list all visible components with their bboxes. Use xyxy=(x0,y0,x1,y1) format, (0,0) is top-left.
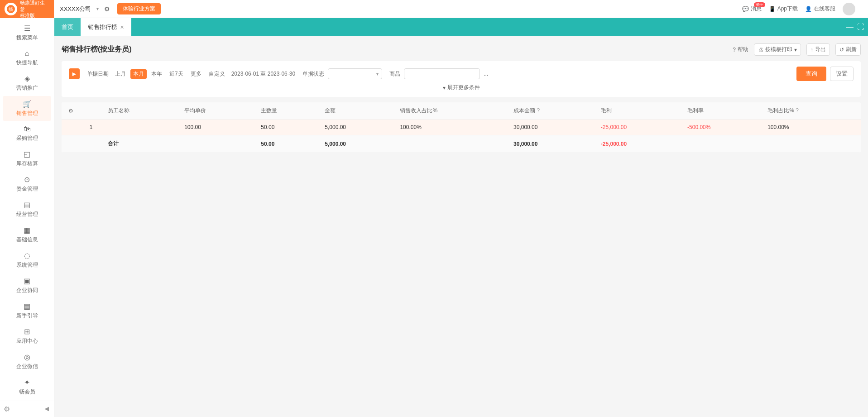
operations-icon: ▤ xyxy=(24,201,30,209)
help-icon: ? xyxy=(733,47,736,53)
footer-avg-price xyxy=(179,135,255,153)
close-tab-icon[interactable]: ✕ xyxy=(120,24,124,30)
expand-label: 展开更多条件 xyxy=(447,84,480,91)
table-footer-row: 合计 50.00 5,000.00 30,000.00 -25,000.00 xyxy=(62,135,861,153)
footer-collapse-icon[interactable]: ◄ xyxy=(43,405,50,413)
goods-input[interactable] xyxy=(404,68,480,79)
sidebar-item-operations[interactable]: ▤ 经营管理 xyxy=(3,197,51,222)
sidebar-item-sales-mgmt[interactable]: 🛒 销售管理 xyxy=(3,96,51,121)
date-btn-more[interactable]: 更多 xyxy=(188,69,204,79)
sidebar-item-quick-nav[interactable]: ⌂ 快捷导航 xyxy=(3,46,51,70)
message-button[interactable]: 💬 消息 99+ xyxy=(742,5,762,13)
print-button[interactable]: 🖨 按模板打印 ▾ xyxy=(754,43,801,56)
sidebar-item-purchase-mgmt[interactable]: 🛍 采购管理 xyxy=(3,121,51,146)
filter-status: 单据状态 xyxy=(302,68,382,79)
sales-mgmt-icon: 🛒 xyxy=(23,100,32,108)
enterprise-wechat-icon: ◎ xyxy=(24,353,30,361)
top-settings-icon[interactable]: ⚙ xyxy=(104,5,110,13)
tab-sales-rank[interactable]: 销售排行榜 ✕ xyxy=(81,18,131,36)
gross-pct-help-icon[interactable]: ? xyxy=(796,107,799,114)
table-header-row: ⚙ 员工名称 平均单价 主数量 全额 xyxy=(62,102,861,120)
col-settings[interactable]: ⚙ xyxy=(62,102,80,120)
page-actions: ? 帮助 🖨 按模板打印 ▾ ↑ 导出 ↺ 刷新 xyxy=(733,43,861,56)
online-service-button[interactable]: 👤 在线客服 xyxy=(805,5,835,13)
date-btn-last-month[interactable]: 上月 xyxy=(112,69,129,79)
sidebar-item-label: 企业微信 xyxy=(16,363,38,370)
sidebar-item-new-guide[interactable]: ▤ 新手引导 xyxy=(3,298,51,323)
col-gross-pct: 毛利占比% ? xyxy=(762,102,861,120)
expand-conditions-button[interactable]: ▾ 展开更多条件 xyxy=(443,84,480,91)
sidebar-item-marketing[interactable]: ◈ 营销推广 xyxy=(3,71,51,96)
user-avatar[interactable] xyxy=(843,3,855,15)
query-button[interactable]: 查询 xyxy=(796,67,826,81)
row-gross-pct: 100.00% xyxy=(762,120,861,135)
sidebar-footer: ⚙ ◄ xyxy=(0,401,54,417)
refresh-label: 刷新 xyxy=(846,46,857,53)
sidebar-item-label: 应用中心 xyxy=(16,337,38,345)
maximize-window-icon[interactable]: ⛶ xyxy=(857,23,864,31)
table-body: 1 100.00 50.00 5,000.00 100.00% 30,000.0… xyxy=(62,120,861,135)
goods-label: 商品 xyxy=(389,70,400,78)
help-button[interactable]: ? 帮助 xyxy=(733,46,748,53)
top-bar-right: 💬 消息 99+ 📱 App下载 👤 在线客服 xyxy=(742,3,863,15)
sidebar-item-base-info[interactable]: ▦ 基础信息 xyxy=(3,222,51,247)
footer-amount: 5,000.00 xyxy=(319,135,394,153)
sidebar-item-enterprise-collab[interactable]: ▣ 企业协同 xyxy=(3,273,51,298)
setting-button[interactable]: 设置 xyxy=(830,67,854,81)
export-label: 导出 xyxy=(815,46,826,53)
cost-amount-help-icon[interactable]: ? xyxy=(537,107,540,114)
sidebar-item-label: 销售管理 xyxy=(16,110,38,117)
status-select[interactable] xyxy=(328,68,382,79)
sidebar-item-system-mgmt[interactable]: ◌ 系统管理 xyxy=(3,248,51,273)
sales-rank-tab-label: 销售排行榜 xyxy=(88,23,117,31)
date-btn-this-year[interactable]: 本年 xyxy=(149,69,165,79)
sidebar-item-finance[interactable]: ⊙ 资金管理 xyxy=(3,172,51,197)
date-btn-last-7-days[interactable]: 近7天 xyxy=(167,69,186,79)
minimize-window-icon[interactable]: — xyxy=(846,23,854,31)
filter-date: 单据日期 上月 本月 本年 近7天 更多 自定义 2023-06-01 至 20… xyxy=(87,69,295,79)
status-select-wrapper xyxy=(328,68,382,79)
status-label: 单据状态 xyxy=(302,70,324,78)
footer-gross-pct xyxy=(762,135,861,153)
sales-rank-table: ⚙ 员工名称 平均单价 主数量 全额 xyxy=(62,102,861,153)
col-sales-pct: 销售收入占比% xyxy=(394,102,508,120)
logo-icon: 畅 xyxy=(5,3,17,15)
inventory-icon: ◱ xyxy=(24,150,30,158)
date-btn-this-month[interactable]: 本月 xyxy=(130,69,147,79)
sidebar-item-enterprise-wechat[interactable]: ◎ 企业微信 xyxy=(3,349,51,374)
sidebar-item-label: 采购管理 xyxy=(16,134,38,142)
filter-area: ► 单据日期 上月 本月 本年 近7天 更多 自定义 2023-06-01 至 … xyxy=(62,61,861,97)
sidebar-item-vip[interactable]: ✦ 畅会员 xyxy=(3,374,51,399)
new-guide-icon: ▤ xyxy=(24,302,30,311)
sidebar-item-label: 营销推广 xyxy=(16,84,38,92)
sidebar-item-app-center[interactable]: ⊞ 应用中心 xyxy=(3,324,51,349)
tab-home[interactable]: 首页 xyxy=(54,18,81,36)
refresh-icon: ↺ xyxy=(839,47,844,53)
export-button[interactable]: ↑ 导出 xyxy=(806,43,830,56)
print-label: 按模板打印 xyxy=(765,46,792,53)
more-filters-btn[interactable]: ... xyxy=(484,71,488,77)
refresh-button[interactable]: ↺ 刷新 xyxy=(835,43,861,56)
main-content: XXXXX公司 ▾ ⚙ 体验行业方案 💬 消息 99+ 📱 App下载 👤 在线… xyxy=(54,0,868,417)
row-cost-amount: 30,000.00 xyxy=(508,120,595,135)
trial-button[interactable]: 体验行业方案 xyxy=(117,3,161,14)
sidebar-item-inventory[interactable]: ◱ 库存核算 xyxy=(3,146,51,171)
row-gross-profit: -25,000.00 xyxy=(595,120,682,135)
logo-text: 畅康通好生意 标准版 xyxy=(20,0,49,19)
row-sales-pct: 100.00% xyxy=(394,120,508,135)
footer-settings-icon[interactable]: ⚙ xyxy=(4,405,10,413)
sidebar-item-label: 资金管理 xyxy=(16,185,38,193)
company-dropdown-icon[interactable]: ▾ xyxy=(96,6,99,11)
sidebar-item-search-order[interactable]: ☰ 搜索菜单 xyxy=(3,20,51,45)
app-center-icon: ⊞ xyxy=(24,327,30,336)
marketing-icon: ◈ xyxy=(24,74,30,83)
footer-total-label: 合计 xyxy=(102,135,179,153)
export-icon: ↑ xyxy=(810,47,813,53)
date-btn-custom[interactable]: 自定义 xyxy=(206,69,228,79)
col-cost-amount: 成本全额 ? xyxy=(508,102,595,120)
sidebar-item-label: 企业协同 xyxy=(16,287,38,294)
app-download-button[interactable]: 📱 App下载 xyxy=(769,5,798,13)
filter-collapse-button[interactable]: ► xyxy=(69,68,80,79)
sidebar-item-label: 快捷导航 xyxy=(16,59,38,67)
expand-icon: ▾ xyxy=(443,85,446,91)
